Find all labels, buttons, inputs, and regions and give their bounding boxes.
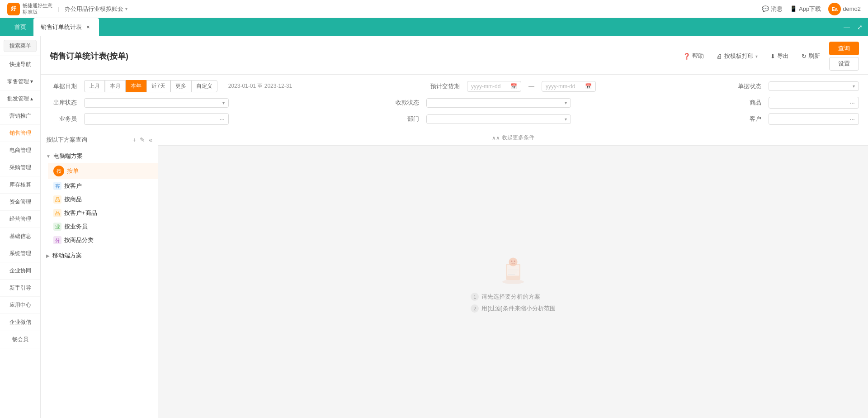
- customer-select[interactable]: ···: [769, 113, 859, 125]
- sidebar-item-apps[interactable]: 应用中心: [0, 297, 40, 314]
- salesman-more-icon[interactable]: ···: [219, 115, 225, 123]
- settings-button[interactable]: 设置: [829, 57, 859, 71]
- expected-date-start[interactable]: yyyy-mm-dd 📅: [467, 81, 521, 92]
- sidebar-item-enterprise[interactable]: 企业协同: [0, 262, 40, 280]
- date-btn-last-7days[interactable]: 近7天: [146, 80, 170, 92]
- print-button[interactable]: 🖨 按模板打印 ▾: [713, 50, 761, 62]
- left-panel: 按以下方案查询 + ✎ « ▼ 电脑端方案 按 按: [41, 130, 158, 418]
- svg-point-0: [502, 280, 524, 284]
- sidebar-item-retail[interactable]: 零售管理 ▾: [0, 73, 40, 90]
- sidebar-search: 搜索菜单: [0, 36, 40, 56]
- topbar-left: 好 畅捷通好生意 标准版 | 办公用品行业模拟账套 ▾: [7, 3, 127, 15]
- date-range-separator: —: [528, 83, 534, 90]
- tab-sales-order-stats[interactable]: 销售订单统计表 ×: [33, 18, 99, 36]
- receive-status-select[interactable]: ▾: [426, 98, 571, 108]
- tree-item-by-order[interactable]: 按 按单: [48, 163, 158, 179]
- phone-icon: 📱: [790, 5, 797, 12]
- panel-collapse-icon[interactable]: «: [149, 136, 152, 143]
- help-icon: ❓: [683, 53, 690, 60]
- page-actions: ❓ 帮助 🖨 按模板打印 ▾ ⬇ 导出 ↻ 刷新 查询: [679, 42, 859, 71]
- sidebar-item-wechat[interactable]: 企业微信: [0, 314, 40, 331]
- help-button[interactable]: ❓ 帮助: [679, 50, 708, 62]
- ship-status-select[interactable]: ▾: [84, 98, 229, 108]
- receive-status-label: 收款状态: [392, 99, 419, 107]
- topbar-right: 💬 消息 📱 App下载 Ea demo2: [762, 3, 861, 15]
- sidebar: 搜索菜单 快捷导航 零售管理 ▾ 批发管理 ▴ 营销推广 销售管理 电商管理 采…: [0, 36, 41, 418]
- tree-item-by-salesman[interactable]: 业 按业务员: [48, 220, 158, 233]
- tab-minimize-button[interactable]: —: [842, 22, 852, 33]
- tab-close-icon[interactable]: ×: [85, 24, 92, 31]
- sidebar-item-quicknav[interactable]: 快捷导航: [0, 56, 40, 73]
- status-select[interactable]: ▾: [769, 81, 859, 91]
- tree-group-pc: 按 按单 客 按客户 品 按商品 品 按客户+商: [41, 163, 158, 247]
- customer-more-icon[interactable]: ···: [849, 115, 855, 123]
- panel-edit-icon[interactable]: ✎: [140, 136, 145, 143]
- sidebar-item-ecommerce[interactable]: 电商管理: [0, 142, 40, 159]
- tabbar: 首页 销售订单统计表 × — ⤢: [0, 18, 868, 36]
- date-btn-this-month[interactable]: 本月: [105, 80, 126, 92]
- tree-item-by-goods[interactable]: 品 按商品: [48, 193, 158, 206]
- dept-select[interactable]: ▾: [426, 114, 571, 124]
- sidebar-item-purchase[interactable]: 采购管理: [0, 159, 40, 176]
- message-icon: 💬: [762, 5, 769, 12]
- app-download-button[interactable]: 📱 App下载: [790, 5, 821, 13]
- expected-date-end[interactable]: yyyy-mm-dd 📅: [542, 81, 596, 92]
- tree-item-goods-category-icon: 分: [53, 236, 61, 244]
- date-btn-more[interactable]: 更多: [170, 80, 191, 92]
- page-header: 销售订单统计表(按单) ❓ 帮助 🖨 按模板打印 ▾ ⬇ 导出 ↻ 刷新: [41, 36, 868, 75]
- date-range-display: 2023-01-01 至 2023-12-31: [228, 82, 292, 90]
- panel-add-icon[interactable]: +: [132, 136, 136, 143]
- empty-tip-1: 1 请先选择要分析的方案: [471, 293, 555, 301]
- sidebar-item-operations[interactable]: 经营管理: [0, 211, 40, 228]
- export-icon: ⬇: [770, 53, 775, 60]
- tab-maximize-button[interactable]: ⤢: [855, 22, 864, 33]
- sidebar-item-sales[interactable]: 销售管理: [0, 125, 40, 142]
- sidebar-item-members[interactable]: 畅会员: [0, 331, 40, 348]
- tree-item-by-customer-goods[interactable]: 品 按客户+商品: [48, 206, 158, 220]
- right-content: ∧∧ 收起更多条件: [158, 130, 868, 418]
- message-button[interactable]: 💬 消息: [762, 5, 783, 13]
- export-button[interactable]: ⬇ 导出: [767, 50, 793, 62]
- date-label: 单据日期: [50, 82, 77, 90]
- empty-state: 1 请先选择要分析的方案 2 用[过滤]条件来缩小分析范围: [158, 146, 868, 418]
- date-btn-last-month[interactable]: 上月: [84, 80, 105, 92]
- salesman-select[interactable]: ···: [84, 113, 229, 125]
- goods-more-icon[interactable]: ···: [849, 99, 855, 106]
- panel-layout: 按以下方案查询 + ✎ « ▼ 电脑端方案 按 按: [41, 130, 868, 418]
- user-profile[interactable]: Ea demo2: [828, 3, 861, 15]
- sidebar-item-marketing[interactable]: 营销推广: [0, 108, 40, 125]
- sidebar-item-basic[interactable]: 基础信息: [0, 228, 40, 245]
- filter-row-salesman: 业务员 ··· 部门 ▾ 客户 ···: [50, 113, 859, 125]
- logo-icon: 好: [7, 3, 20, 15]
- tab-home[interactable]: 首页: [7, 18, 33, 36]
- svg-point-3: [509, 257, 517, 266]
- left-panel-header: 按以下方案查询 + ✎ «: [41, 136, 158, 147]
- tree-item-by-goods-category[interactable]: 分 按商品分类: [48, 233, 158, 247]
- collapse-bar: ∧∧ 收起更多条件: [158, 130, 868, 146]
- refresh-button[interactable]: ↻ 刷新: [798, 50, 824, 62]
- tree-expand-pc-icon[interactable]: ▼: [46, 154, 51, 159]
- customer-label: 客户: [734, 115, 761, 123]
- expected-date-label: 预计交货期: [430, 82, 460, 90]
- date-btn-this-year[interactable]: 本年: [126, 80, 146, 92]
- sidebar-item-system[interactable]: 系统管理: [0, 245, 40, 262]
- sidebar-item-finance[interactable]: 资金管理: [0, 194, 40, 211]
- collapse-button[interactable]: ∧∧ 收起更多条件: [492, 134, 534, 142]
- tree-expand-mobile-icon[interactable]: ▶: [46, 253, 50, 258]
- query-button[interactable]: 查询: [829, 42, 859, 55]
- calendar-icon-end: 📅: [585, 83, 592, 90]
- tree-item-goods-icon: 品: [53, 195, 61, 204]
- ship-status-dropdown-icon: ▾: [222, 100, 225, 105]
- content-area: 销售订单统计表(按单) ❓ 帮助 🖨 按模板打印 ▾ ⬇ 导出 ↻ 刷新: [41, 36, 868, 418]
- tree-item-by-customer[interactable]: 客 按客户: [48, 179, 158, 193]
- sidebar-item-wholesale[interactable]: 批发管理 ▴: [0, 90, 40, 108]
- search-menu-button[interactable]: 搜索菜单: [4, 40, 37, 52]
- refresh-icon: ↻: [802, 53, 807, 60]
- goods-select[interactable]: ···: [769, 97, 859, 109]
- dept-label: 部门: [392, 115, 419, 123]
- topbar-title[interactable]: 办公用品行业模拟账套 ▾: [65, 5, 127, 13]
- sidebar-item-inventory[interactable]: 库存核算: [0, 176, 40, 194]
- logo-text: 畅捷通好生意 标准版: [23, 3, 52, 14]
- sidebar-item-newbie[interactable]: 新手引导: [0, 280, 40, 297]
- date-btn-custom[interactable]: 自定义: [191, 80, 217, 92]
